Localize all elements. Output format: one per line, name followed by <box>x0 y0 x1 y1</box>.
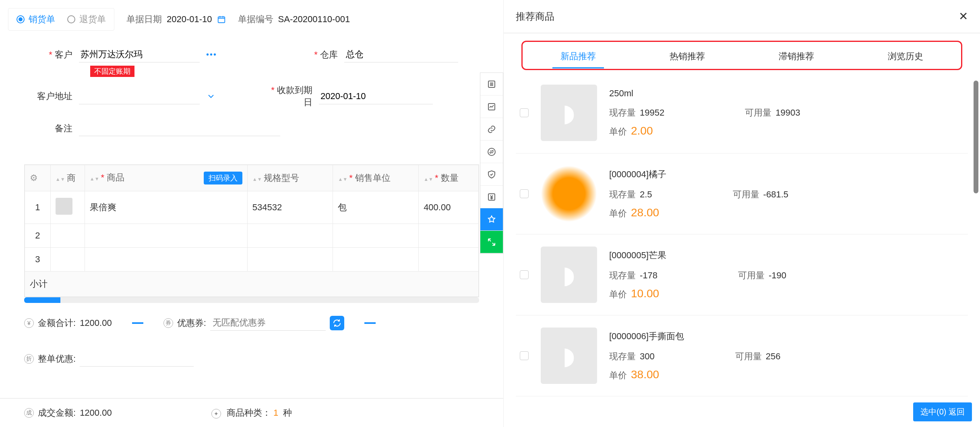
product-checkbox[interactable] <box>520 351 529 360</box>
close-icon[interactable]: ✕ <box>959 10 968 23</box>
address-label: 客户地址 <box>24 90 72 102</box>
box-icon: ✦ <box>211 409 221 419</box>
product-checkbox[interactable] <box>520 189 529 198</box>
product-item: ◗ [0000005]芒果 现存量-178可用量-190 单价10.00 <box>516 234 968 315</box>
product-image: ◗ <box>541 328 597 384</box>
order-type-tabs: 销货单 退货单 <box>8 8 114 31</box>
col-merchant[interactable]: 商 <box>67 173 76 183</box>
rec-tab[interactable]: 浏览历史 <box>880 46 931 68</box>
subtotal-row: 小计 <box>25 272 479 297</box>
col-spec[interactable]: 规格型号 <box>264 173 299 183</box>
product-name: [0000005]芒果 <box>609 249 964 261</box>
list-icon[interactable] <box>480 73 503 95</box>
star-icon[interactable] <box>480 208 503 231</box>
product-image: ◗ <box>541 85 597 141</box>
expand-icon[interactable] <box>480 231 503 253</box>
items-table: ⚙ ▲▼商 ▲▼* 商品扫码录入 ▲▼规格型号 ▲▼* 销售单位 ▲▼* 数量 … <box>24 164 479 297</box>
rec-tabs: 新品推荐热销推荐滞销推荐浏览历史 <box>504 33 980 73</box>
bottom-summary: ✦ 商品种类： 1 种 <box>0 398 503 427</box>
scan-button[interactable]: 扫码录入 <box>204 172 242 184</box>
yen-icon: ¥ <box>24 318 34 328</box>
product-name: [0000006]手撕面包 <box>609 330 964 342</box>
doc-date-value[interactable]: 2020-01-10 <box>167 14 212 25</box>
doc-date-label: 单据日期 <box>126 13 162 25</box>
rec-panel-title: 推荐商品 <box>516 10 554 23</box>
rec-list: ◗ 250ml 现存量19952可用量19903 单价2.00 [0000004… <box>504 73 980 397</box>
product-checkbox[interactable] <box>520 270 529 279</box>
coupon-icon: 券 <box>163 318 173 328</box>
product-item: ◗ 250ml 现存量19952可用量19903 单价2.00 <box>516 73 968 153</box>
col-unit[interactable]: 销售单位 <box>355 173 391 183</box>
dash-icon <box>132 322 143 324</box>
types-unit: 种 <box>283 408 292 418</box>
radio-return-order[interactable]: 退货单 <box>67 13 106 25</box>
table-row[interactable]: 3 <box>25 248 479 272</box>
product-item: [0000004]橘子 现存量2.5可用量-681.5 单价28.00 <box>516 153 968 234</box>
address-input[interactable] <box>79 89 200 104</box>
remark-input[interactable] <box>79 120 280 136</box>
coupon-input[interactable] <box>210 315 326 331</box>
doc-no-label: 单据编号 <box>238 13 273 25</box>
link-icon[interactable] <box>480 118 503 141</box>
table-row[interactable]: 2 <box>25 224 479 248</box>
product-image: ◗ <box>541 247 597 303</box>
customer-more-icon[interactable]: ••• <box>206 50 217 59</box>
calendar-icon[interactable] <box>217 15 226 24</box>
discount-icon: 折 <box>24 354 34 364</box>
vertical-scrollbar[interactable] <box>974 81 978 193</box>
warehouse-label: 仓库 <box>289 49 338 61</box>
svg-point-3 <box>488 148 495 155</box>
product-image <box>541 166 597 222</box>
radio-return-label: 退货单 <box>79 13 106 25</box>
customer-label: 客户 <box>24 49 72 61</box>
selected-return-button[interactable]: 选中(0) 返回 <box>913 402 972 421</box>
dash-icon <box>364 322 376 324</box>
col-qty[interactable]: 数量 <box>441 173 459 183</box>
customer-tag: 不固定账期 <box>90 66 134 77</box>
table-row[interactable]: 1果倍爽534532包400.00 <box>25 191 479 224</box>
rec-tab[interactable]: 滞销推荐 <box>771 46 822 68</box>
remark-label: 备注 <box>24 122 72 135</box>
radio-sales-order[interactable]: 销货单 <box>17 13 55 25</box>
side-toolbar <box>480 73 503 254</box>
whole-discount-label: 整单优惠: <box>38 353 76 365</box>
doc-no-value: SA-20200110-001 <box>278 14 350 25</box>
radio-sales-label: 销货单 <box>29 13 55 25</box>
coupon-label: 优惠券: <box>177 317 206 329</box>
types-label: 商品种类： <box>227 408 271 418</box>
customer-input[interactable] <box>79 47 200 62</box>
amount-label: 金额合计: <box>38 317 76 329</box>
svg-rect-0 <box>218 17 225 23</box>
rec-tab[interactable]: 新品推荐 <box>552 46 604 68</box>
due-date-label: 收款到期日 <box>264 84 312 108</box>
product-thumb-icon <box>56 198 72 215</box>
chart-icon[interactable] <box>480 95 503 118</box>
product-name: [0000004]橘子 <box>609 168 964 180</box>
chevron-down-icon[interactable] <box>206 91 216 101</box>
currency-icon[interactable] <box>480 186 503 208</box>
types-value: 1 <box>273 408 278 418</box>
swap-icon[interactable] <box>480 141 503 163</box>
due-date-input[interactable] <box>319 89 433 104</box>
product-item: ◗ [0000006]手撕面包 现存量300可用量256 单价38.00 <box>516 315 968 396</box>
gear-icon[interactable]: ⚙ <box>30 173 38 183</box>
whole-discount-input[interactable] <box>80 351 194 367</box>
refresh-button[interactable] <box>330 316 344 330</box>
amount-value: 1200.00 <box>80 318 112 328</box>
product-checkbox[interactable] <box>520 108 529 117</box>
shield-icon[interactable] <box>480 163 503 186</box>
col-product[interactable]: 商品 <box>107 172 124 182</box>
horizontal-scrollbar[interactable] <box>24 297 479 303</box>
rec-tab[interactable]: 热销推荐 <box>662 46 713 68</box>
product-name: 250ml <box>609 88 964 99</box>
warehouse-input[interactable] <box>344 47 458 62</box>
